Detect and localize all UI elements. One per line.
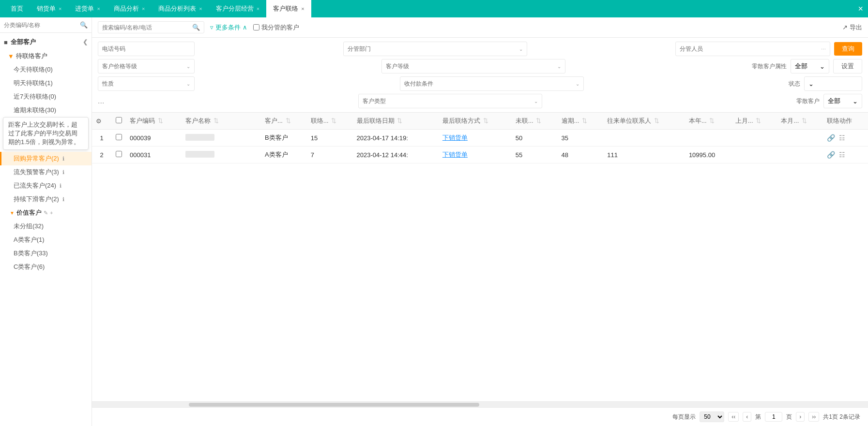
sidebar-item-today[interactable]: 今天待联络(0) <box>0 63 91 76</box>
per-page-label: 每页显示 <box>672 413 696 421</box>
chevron-ctype: ⌄ <box>534 99 538 104</box>
sidebar-item-a-class[interactable]: A类客户(1) <box>0 233 91 247</box>
sort-unreached-icon[interactable]: ⇅ <box>536 117 541 124</box>
sidebar-item-7days[interactable]: 近7天待联络(0) <box>0 90 91 103</box>
horizontal-scrollbar[interactable] <box>92 401 868 407</box>
nav-item-analysis-list[interactable]: 商品分析列表 × <box>152 0 209 17</box>
sort-year-icon[interactable]: ⇅ <box>709 117 715 124</box>
edit-group-icon[interactable]: ✎ <box>44 210 48 216</box>
row-checkbox-1[interactable] <box>116 134 122 140</box>
sidebar-group-pending[interactable]: ▼ 待联络客户 <box>0 49 91 63</box>
next-page-btn[interactable]: › <box>796 412 805 422</box>
link-icon-2[interactable]: 🔗 <box>827 151 835 159</box>
retail-attr-select[interactable]: 全部 ⌄ <box>791 59 829 73</box>
customer-level-select[interactable]: 客户等级 ⌄ <box>381 59 565 73</box>
sort-method-icon[interactable]: ⇅ <box>483 117 488 124</box>
close-all-tabs[interactable]: × <box>858 4 863 14</box>
sidebar-item-declining[interactable]: 持续下滑客户(2) ℹ <box>0 192 91 206</box>
nav-item-sales[interactable]: 销货单 × <box>30 0 68 17</box>
sidebar-item-loss-warning[interactable]: 流失预警客户(3) ℹ <box>0 165 91 179</box>
action-icons-1: 🔗 ☷ <box>827 134 864 142</box>
per-page-select[interactable]: 50 100 200 <box>700 411 724 422</box>
method-link-2[interactable]: 下销货单 <box>442 151 468 158</box>
search-input[interactable] <box>102 24 190 31</box>
sidebar-search-icon[interactable]: 🔍 <box>80 21 88 29</box>
page-number-input[interactable] <box>765 412 782 422</box>
info-icon-declining: ℹ <box>62 196 64 202</box>
col-year: 本年... ⇅ <box>685 113 731 130</box>
gender-select[interactable]: 性质 ⌄ <box>98 76 195 91</box>
add-group-icon[interactable]: + <box>50 210 53 216</box>
cell-lmonth-1 <box>731 130 777 147</box>
sort-partner-icon[interactable]: ⇅ <box>654 117 659 124</box>
sidebar-item-lost[interactable]: 已流失客户(24) ℹ <box>0 179 91 192</box>
close-purchase-tab[interactable]: × <box>97 6 100 12</box>
sort-contact-icon[interactable]: ⇅ <box>331 117 336 124</box>
settings-icon[interactable]: ⚙ <box>96 118 102 125</box>
search-icon[interactable]: 🔍 <box>192 24 200 31</box>
my-customers-checkbox[interactable]: 我分管的客户 <box>253 23 299 32</box>
close-analysis-tab[interactable]: × <box>142 6 145 12</box>
sidebar-value-group[interactable]: ▼ 价值客户 ✎ + <box>0 206 91 220</box>
sidebar-item-overdue[interactable]: 逾期未联络(30) <box>0 103 91 117</box>
collapse-sidebar-btn[interactable]: ❮ <box>83 39 88 45</box>
nav-item-customer-stratify[interactable]: 客户分层经营 × <box>209 0 266 17</box>
more-options-dots[interactable]: ... <box>98 97 104 105</box>
sort-date-icon[interactable]: ⇅ <box>397 117 402 124</box>
nav-item-customer-contact[interactable]: 客户联络 × <box>266 0 311 17</box>
sidebar-item-ungroup[interactable]: 未分组(32) <box>0 220 91 233</box>
cell-action-1: 🔗 ☷ <box>823 130 868 147</box>
nav-item-purchase[interactable]: 进货单 × <box>68 0 107 17</box>
content-area: 🔍 ▿ 更多条件 ∧ 我分管的客户 ↗ 导出 电话号码 <box>92 17 868 426</box>
sort-overdue-icon[interactable]: ⇅ <box>582 117 587 124</box>
sort-name-icon[interactable]: ⇅ <box>213 117 219 124</box>
select-all-checkbox[interactable] <box>116 117 122 123</box>
method-link-1[interactable]: 下销货单 <box>442 134 468 141</box>
chevron-status: ⌄ <box>808 80 814 88</box>
sidebar-search-input[interactable] <box>4 22 78 29</box>
status-select[interactable]: ⌄ <box>804 76 862 91</box>
grid-icon-1[interactable]: ☷ <box>839 134 845 142</box>
export-button[interactable]: ↗ 导出 <box>842 23 862 32</box>
col-last-month: 上月... ⇅ <box>731 113 777 130</box>
customer-type-select[interactable]: 客户类型 ⌄ <box>358 94 542 108</box>
name-blur-1 <box>185 134 214 141</box>
sort-lmonth-icon[interactable]: ⇅ <box>756 117 761 124</box>
sidebar-item-tomorrow[interactable]: 明天待联络(1) <box>0 76 91 90</box>
close-stratify-tab[interactable]: × <box>257 6 259 12</box>
cell-unreached-2: 55 <box>512 147 558 163</box>
first-page-btn[interactable]: ‹‹ <box>728 412 739 422</box>
payment-select[interactable]: 收付款条件 ⌄ <box>400 76 584 91</box>
prev-page-btn[interactable]: ‹ <box>743 412 751 422</box>
close-sales-tab[interactable]: × <box>59 6 61 12</box>
link-icon-1[interactable]: 🔗 <box>827 134 835 142</box>
scrollbar-thumb[interactable] <box>189 403 479 407</box>
sidebar-item-b-class[interactable]: B类客户(33) <box>0 247 91 260</box>
more-conditions-btn[interactable]: ▿ 更多条件 ∧ <box>210 23 247 32</box>
row-checkbox-2[interactable] <box>116 151 122 157</box>
phone-field[interactable]: 电话号码 <box>98 42 195 56</box>
table-scroll-area[interactable]: ⚙ 客户编码 ⇅ 客户名称 ⇅ <box>92 113 868 401</box>
nav-item-home[interactable]: 首页 <box>4 0 30 17</box>
department-select[interactable]: 分管部门 ⌄ <box>343 42 527 56</box>
top-navigation: 首页 销货单 × 进货单 × 商品分析 × 商品分析列表 × 客户分层经营 × … <box>0 0 868 17</box>
sidebar-item-abnormal[interactable]: 回购异常客户(2) ℹ <box>0 152 91 165</box>
my-customers-check[interactable] <box>253 24 259 30</box>
chevron-retail-attr: ⌄ <box>820 63 825 70</box>
nav-item-analysis[interactable]: 商品分析 × <box>107 0 152 17</box>
close-contact-tab[interactable]: × <box>301 6 304 12</box>
query-button[interactable]: 查询 <box>834 42 862 56</box>
price-level-select[interactable]: 客户价格等级 ⌄ <box>98 59 195 73</box>
col-this-month: 本月... ⇅ <box>777 113 823 130</box>
manager-select[interactable]: 分管人员 ⋯ <box>675 42 830 56</box>
last-page-btn[interactable]: ›› <box>808 412 819 422</box>
sort-type-icon[interactable]: ⇅ <box>286 117 291 124</box>
sidebar-item-c-class[interactable]: C类客户(6) <box>0 260 91 274</box>
sort-tmonth-icon[interactable]: ⇅ <box>802 117 807 124</box>
settings-button[interactable]: 设置 <box>833 59 862 73</box>
retail-select[interactable]: 全部 ⌄ <box>823 94 862 108</box>
sidebar-all-customers[interactable]: ■ 全部客户 ❮ <box>0 35 91 49</box>
sort-code-icon[interactable]: ⇅ <box>158 117 163 124</box>
close-analysis-list-tab[interactable]: × <box>199 6 202 12</box>
grid-icon-2[interactable]: ☷ <box>839 151 845 159</box>
